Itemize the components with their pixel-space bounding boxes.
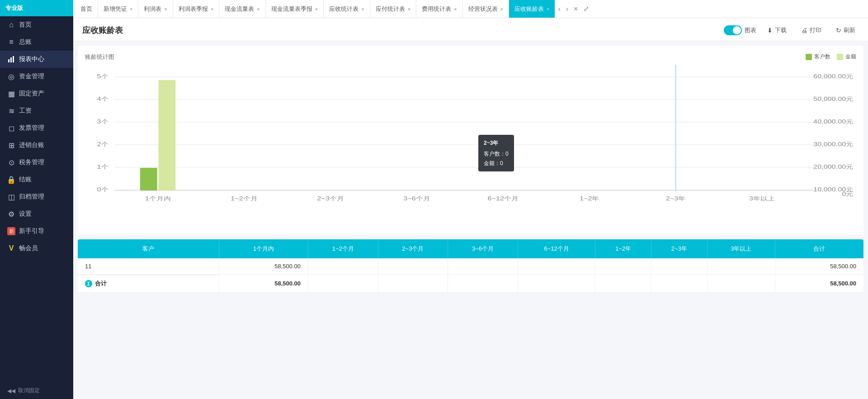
chart-toggle-label: 图表 [745,26,756,34]
sidebar-item-ledger[interactable]: ≡ 总账 [0,33,73,51]
cell-customer-0: 11 [78,258,219,275]
legend-amount-color [837,54,843,60]
sidebar-item-tax[interactable]: ⊙ 税务管理 [0,154,73,171]
svg-text:60,000.00元: 60,000.00元 [813,73,853,79]
col-total: 合计 [775,239,863,258]
svg-text:3年以上: 3年以上 [749,195,775,201]
toggle-knob[interactable] [724,25,742,35]
stock-icon: ⊞ [7,141,15,149]
tab-close-cashflow[interactable]: × [257,6,259,12]
sidebar-item-archive[interactable]: ◫ 归档管理 [0,188,73,205]
bar-amount-0 [158,80,175,190]
cell-m6-12-0 [518,258,595,275]
tab-profit[interactable]: 利润表 × [138,0,173,18]
sidebar-item-stock[interactable]: ⊞ 进销台账 [0,137,73,154]
cell-total-m1: 58,500.00 [219,275,308,293]
svg-text:20,000.00元: 20,000.00元 [813,164,853,170]
cell-y1-2-0 [595,258,651,275]
sidebar-item-ledger-label: 总账 [19,38,32,46]
tab-close-ar-stats[interactable]: × [361,6,364,12]
col-customer: 客户 [78,239,219,258]
close-account-icon: 🔒 [7,176,15,184]
legend-amount: 金额 [837,53,856,61]
tab-next-button[interactable]: › [563,0,571,18]
download-icon: ⬇ [767,27,773,34]
sidebar-item-home-label: 首页 [19,21,32,29]
funds-icon: ◎ [7,72,15,81]
sidebar-item-settings-label: 设置 [19,210,32,218]
tab-close-ar-aging[interactable]: × [547,6,549,12]
tab-close-business[interactable]: × [500,6,503,12]
svg-text:3~6个月: 3~6个月 [403,195,430,201]
svg-text:1~2年: 1~2年 [580,195,599,201]
tab-maximize-button[interactable]: ⤢ [580,0,592,18]
tab-business[interactable]: 经营状况表 × [463,0,509,18]
sidebar-item-reports[interactable]: 报表中心 [0,51,73,68]
guide-icon: 新 [7,227,15,235]
sidebar-item-vip[interactable]: V 畅会员 [0,240,73,257]
chart-toggle[interactable]: 图表 [724,25,756,35]
refresh-icon: ↻ [836,27,841,34]
sidebar-item-invoice[interactable]: ◻ 发票管理 [0,119,73,137]
col-m2-3: 2~3个月 [378,239,448,258]
cell-total-y2-3 [651,275,708,293]
tab-close-voucher[interactable]: × [130,6,132,12]
legend-customers: 客户数 [806,53,830,61]
invoice-icon: ◻ [7,124,15,132]
tab-close-profit-season[interactable]: × [211,6,213,12]
tab-close-all-button[interactable]: × [571,0,580,18]
col-y3plus: 3年以上 [707,239,775,258]
tab-cashflow[interactable]: 现金流量表 × [219,0,265,18]
cell-total-0: 58,500.00 [775,258,863,275]
cell-m2-3-0 [378,258,448,275]
tab-prev-button[interactable]: ‹ [555,0,563,18]
page-title: 应收账龄表 [82,25,123,36]
left-arrow-icon: ◀◀ [7,388,15,394]
print-button[interactable]: 🖨 打印 [797,24,825,36]
tab-ar-stats[interactable]: 应收统计表 × [324,0,370,18]
cell-total-m6-12 [518,275,595,293]
sidebar-item-close[interactable]: 🔒 结账 [0,171,73,188]
sidebar-item-home[interactable]: ⌂ 首页 [0,16,73,33]
sidebar-item-assets[interactable]: ▦ 固定资产 [0,85,73,102]
svg-rect-1 [10,57,12,62]
col-m3-6: 3~6个月 [448,239,518,258]
svg-text:2个: 2个 [97,141,108,147]
tab-home[interactable]: 首页 [75,0,98,18]
cell-m1-2-0 [308,258,378,275]
sidebar-item-funds-label: 资金管理 [19,72,44,81]
tab-voucher[interactable]: 新增凭证 × [98,0,138,18]
chart-svg: 5个 4个 3个 2个 1个 0个 60,000.00元 50,000.00元 … [85,65,856,228]
tab-ap-stats[interactable]: 应付统计表 × [370,0,416,18]
tab-close-profit[interactable]: × [164,6,167,12]
aging-table: 客户 1个月内 1~2个月 2~3个月 3~6个月 6~12个月 1~2年 2~… [78,239,863,293]
download-button[interactable]: ⬇ 下载 [764,24,790,36]
sidebar: 专业版 ⌂ 首页 ≡ 总账 报表中心 ◎ 资金管理 ▦ 固定资产 ≋ 工资 ◻ … [0,0,73,399]
sidebar-item-reports-label: 报表中心 [19,55,44,63]
sidebar-item-tax-label: 税务管理 [19,158,44,166]
sidebar-item-assets-label: 固定资产 [19,90,44,98]
tab-close-ap-stats[interactable]: × [408,6,410,12]
tab-cashflow-season[interactable]: 现金流量表季报 × [266,0,324,18]
tab-fee-stats[interactable]: 费用统计表 × [416,0,462,18]
sidebar-item-salary[interactable]: ≋ 工资 [0,102,73,119]
table-total-row: Σ 合计 58,500.00 58,500.00 [78,275,863,293]
svg-rect-2 [13,56,14,62]
tab-profit-season[interactable]: 利润表季报 × [173,0,219,18]
tab-close-cashflow-season[interactable]: × [315,6,318,12]
reports-icon [7,55,15,63]
svg-text:2~3年: 2~3年 [666,195,685,201]
salary-icon: ≋ [7,107,15,115]
sidebar-item-settings[interactable]: ⚙ 设置 [0,205,73,223]
tab-ar-aging[interactable]: 应收账龄表 × [509,0,555,18]
tab-close-fee-stats[interactable]: × [454,6,457,12]
svg-text:4个: 4个 [97,96,108,102]
refresh-button[interactable]: ↻ 刷新 [832,24,859,36]
unpin-button[interactable]: ◀◀ 取消固定 [0,382,73,399]
sidebar-item-funds[interactable]: ◎ 资金管理 [0,68,73,85]
assets-icon: ▦ [7,90,15,98]
sidebar-item-guide[interactable]: 新 新手引导 [0,223,73,240]
sidebar-item-salary-label: 工资 [19,107,32,115]
total-icon: Σ [85,280,92,287]
settings-icon: ⚙ [7,210,15,218]
